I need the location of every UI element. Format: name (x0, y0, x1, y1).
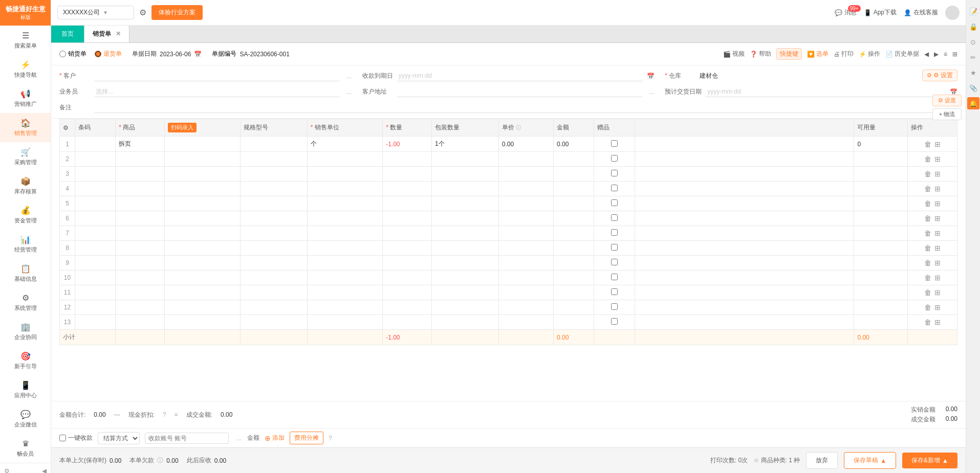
cell-barcode-13[interactable] (75, 315, 116, 330)
delete-row-icon-1[interactable]: 🗑 (924, 140, 931, 148)
gift-checkbox-5[interactable] (611, 199, 618, 206)
cell-amount-7[interactable] (554, 226, 594, 241)
copy-row-icon-1[interactable]: ⊞ (934, 140, 941, 148)
cell-amount-10[interactable] (554, 271, 594, 285)
account-dots-icon[interactable]: … (236, 435, 242, 442)
copy-row-icon-5[interactable]: ⊞ (934, 199, 941, 208)
sidebar-item-member[interactable]: ♛ 畅会员 (0, 434, 51, 463)
fee-question-icon[interactable]: ? (329, 435, 332, 442)
help-btn[interactable]: ❓ 帮助 (750, 50, 771, 58)
gift-checkbox-7[interactable] (611, 229, 618, 236)
cell-product-7[interactable] (116, 226, 165, 241)
cell-gift-12[interactable] (594, 300, 635, 315)
cell-spec-3[interactable] (241, 167, 308, 182)
experience-btn[interactable]: 体验行业方案 (151, 5, 203, 20)
cell-qty-4[interactable] (383, 182, 432, 196)
history-btn[interactable]: 📄 历史单据 (885, 50, 919, 58)
cell-amount-1[interactable]: 0.00 (554, 137, 594, 152)
copy-row-icon-3[interactable]: ⊞ (934, 170, 941, 178)
cell-unit-price-10[interactable] (498, 271, 553, 285)
company-selector[interactable]: XXXXXX公司 ▼ (57, 6, 134, 19)
salesperson-dots-icon[interactable]: … (346, 88, 352, 96)
cell-unit-price-5[interactable] (498, 196, 553, 211)
sidebar-item-marketing[interactable]: 📢 营销推广 (0, 84, 51, 113)
setting-btn[interactable]: ⚙ ⚙ 设置 (922, 70, 957, 81)
payment-method-select[interactable]: 结算方式 (98, 432, 140, 444)
cell-gift-9[interactable] (594, 256, 635, 271)
cell-unit-7[interactable] (307, 226, 382, 241)
cell-gift-3[interactable] (594, 167, 635, 182)
cell-unit-price-12[interactable] (498, 300, 553, 315)
cell-spec-1[interactable] (241, 137, 308, 152)
cell-amount-13[interactable] (554, 315, 594, 330)
cell-pack-qty-7[interactable] (432, 226, 499, 241)
cell-product-1[interactable]: 拆页 (116, 137, 165, 152)
sidebar-item-ops[interactable]: 📊 经营管理 (0, 230, 51, 259)
due-date-calendar-icon[interactable]: 📅 (647, 73, 655, 80)
cell-qty-12[interactable] (383, 300, 432, 315)
cell-product-12[interactable] (116, 300, 165, 315)
cell-unit-price-11[interactable] (498, 285, 553, 300)
cell-barcode-5[interactable] (75, 196, 116, 211)
online-service-btn[interactable]: 👤 在线客服 (904, 8, 938, 17)
cell-gift-10[interactable] (594, 271, 635, 285)
cell-gift-2[interactable] (594, 152, 635, 167)
cell-unit-price-1[interactable]: 0.00 (498, 137, 553, 152)
expected-date-input[interactable] (706, 86, 946, 97)
cell-spec-5[interactable] (241, 196, 308, 211)
cell-gift-11[interactable] (594, 285, 635, 300)
product-type-icon[interactable]: ⊙ (754, 457, 759, 464)
cell-qty-9[interactable] (383, 256, 432, 271)
cell-barcode-9[interactable] (75, 256, 116, 271)
gift-checkbox-10[interactable] (611, 274, 618, 280)
cell-product-9[interactable] (116, 256, 165, 271)
cell-barcode-7[interactable] (75, 226, 116, 241)
cell-spec-6[interactable] (241, 211, 308, 226)
cell-pack-qty-6[interactable] (432, 211, 499, 226)
gift-checkbox-2[interactable] (611, 155, 618, 162)
cell-unit-13[interactable] (307, 315, 382, 330)
delete-row-icon-2[interactable]: 🗑 (924, 155, 931, 163)
right-panel-circle[interactable]: ⊙ (967, 36, 979, 48)
scan-input-btn[interactable]: 扫码录入 (168, 123, 197, 132)
gift-checkbox-11[interactable] (611, 288, 618, 295)
customer-dots-icon[interactable]: … (346, 73, 352, 80)
gift-checkbox-6[interactable] (611, 214, 618, 221)
select-btn[interactable]: 🔽 选单 (807, 50, 829, 58)
prev-page-icon[interactable]: ◀ (924, 51, 929, 58)
cell-product-10[interactable] (116, 271, 165, 285)
sidebar-item-search[interactable]: ☰ 搜索菜单 (0, 26, 51, 55)
cell-unit-1[interactable]: 个 (307, 137, 382, 152)
gift-checkbox-8[interactable] (611, 244, 618, 251)
cell-product-13[interactable] (116, 315, 165, 330)
gift-checkbox-9[interactable] (611, 259, 618, 265)
return-radio-input[interactable] (95, 51, 101, 57)
cell-spec-4[interactable] (241, 182, 308, 196)
copy-row-icon-4[interactable]: ⊞ (934, 185, 941, 193)
customer-addr-input[interactable] (397, 86, 643, 97)
cell-barcode-11[interactable] (75, 285, 116, 300)
delete-row-icon-7[interactable]: 🗑 (924, 229, 931, 237)
cell-unit-12[interactable] (307, 300, 382, 315)
one-key-checkbox-input[interactable] (59, 435, 66, 441)
discard-btn[interactable]: 放弃 (806, 452, 838, 469)
cell-unit-price-8[interactable] (498, 241, 553, 256)
right-panel-bell[interactable]: 🔔 (967, 97, 979, 109)
cell-spec-12[interactable] (241, 300, 308, 315)
print-btn[interactable]: 🖨 打印 (834, 50, 854, 58)
cell-pack-qty-9[interactable] (432, 256, 499, 271)
cell-amount-3[interactable] (554, 167, 594, 182)
cell-amount-2[interactable] (554, 152, 594, 167)
save-draft-btn[interactable]: 保存草稿 ▲ (844, 452, 896, 469)
delete-row-icon-6[interactable]: 🗑 (924, 214, 931, 222)
cell-pack-qty-4[interactable] (432, 182, 499, 196)
one-key-payment-checkbox[interactable]: 一键收款 (59, 434, 93, 442)
cell-qty-3[interactable] (383, 167, 432, 182)
cell-unit-6[interactable] (307, 211, 382, 226)
sales-radio-input[interactable] (59, 51, 66, 57)
cell-pack-qty-2[interactable] (432, 152, 499, 167)
topbar-gear-icon[interactable]: ⚙ (139, 8, 146, 17)
cell-spec-13[interactable] (241, 315, 308, 330)
cell-amount-6[interactable] (554, 211, 594, 226)
gift-checkbox-4[interactable] (611, 185, 618, 191)
